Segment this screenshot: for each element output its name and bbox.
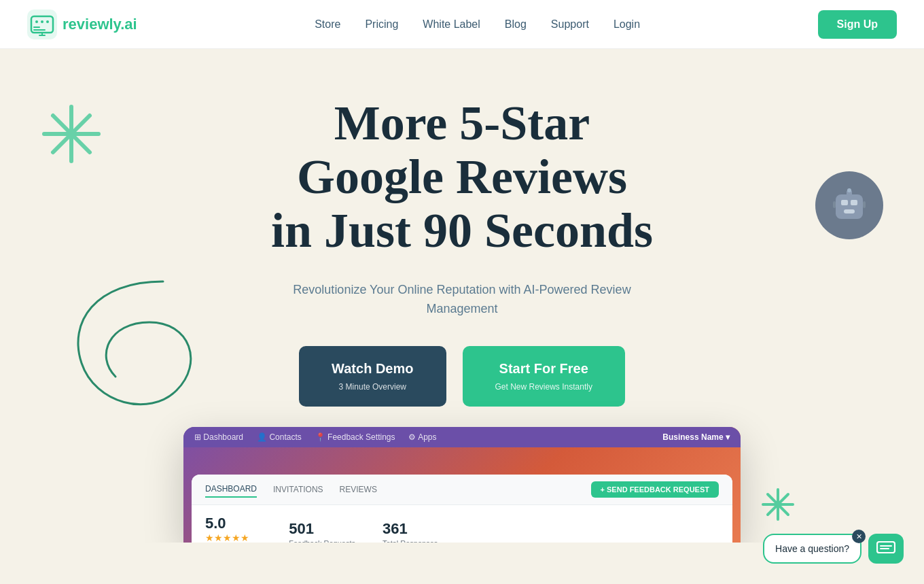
dash-stat-responses: 361 Total Responses [383,520,438,543]
dash-menu-feedback: 📍 Feedback Settings [315,432,395,442]
hero-title: More 5-Star Google Reviews in Just 90 Se… [14,97,910,258]
signup-button[interactable]: Sign Up [818,10,897,39]
watch-demo-label: Watch Demo [332,361,413,377]
logo-icon [27,10,57,39]
hero-subtitle: Revolutionize Your Online Reputation wit… [258,280,666,320]
chat-bubble: ✕ Have a question? [763,534,861,564]
nav-whitelabel[interactable]: White Label [423,18,480,30]
start-free-label: Start For Free [499,361,588,377]
nav-links: Store Pricing White Label Blog Support L… [315,18,640,31]
dash-menu-dashboard: ⊞ Dashboard [194,432,243,442]
nav-store[interactable]: Store [315,18,340,30]
navbar: reviewly.ai Store Pricing White Label Bl… [0,0,924,49]
dash-tab-invitations[interactable]: INVITATIONS [273,482,323,497]
dash-stat-requests: 501 Feedback Requests [289,520,355,543]
dash-stat-responses-label: Total Responses [383,539,438,543]
nav-pricing[interactable]: Pricing [365,18,398,30]
start-free-sub: Get New Reviews Instantly [495,382,592,392]
send-feedback-btn[interactable]: + SEND FEEDBACK REQUEST [591,481,719,498]
nav-support[interactable]: Support [551,18,589,30]
dash-stat-rating-value: 5.0 [205,515,262,532]
dash-stars: ★★★★★ [205,532,262,543]
hero-buttons: Watch Demo 3 Minute Overview Start For F… [14,346,910,407]
dash-tab-dashboard[interactable]: DASHBOARD [205,481,257,498]
start-free-button[interactable]: Start For Free Get New Reviews Instantly [463,346,625,407]
dash-menu-contacts: 👤 Contacts [257,432,302,442]
dashboard-inner: DASHBOARD INVITATIONS REVIEWS + SEND FEE… [192,475,732,543]
chat-question-text: Have a question? [775,543,849,554]
logo-text: reviewly.ai [63,16,137,33]
svg-rect-11 [851,200,857,205]
chat-close-button[interactable]: ✕ [852,530,866,543]
dashboard-content: 5.0 ★★★★★ Feedback Rating 501 Feedback R… [192,505,732,543]
deco-robot [815,171,883,239]
watch-demo-button[interactable]: Watch Demo 3 Minute Overview [299,346,446,407]
nav-blog[interactable]: Blog [505,18,527,30]
dashboard-header-row: ⊞ Dashboard 👤 Contacts 📍 Feedback Settin… [183,427,741,447]
svg-point-14 [847,188,851,192]
svg-rect-9 [836,194,863,219]
hero-section: More 5-Star Google Reviews in Just 90 Se… [0,49,924,543]
chat-open-button[interactable] [868,534,904,564]
dash-stat-responses-value: 361 [383,520,438,538]
logo[interactable]: reviewly.ai [27,10,137,39]
svg-rect-10 [841,200,848,205]
svg-rect-21 [877,542,895,553]
svg-rect-15 [833,201,836,208]
dash-stat-requests-value: 501 [289,520,355,538]
dash-menu-apps: ⚙ Apps [408,432,436,442]
nav-login[interactable]: Login [614,18,640,30]
svg-point-4 [46,20,49,23]
dashboard-preview: ⊞ Dashboard 👤 Contacts 📍 Feedback Settin… [183,427,741,543]
svg-rect-12 [844,209,855,213]
chat-widget: ✕ Have a question? [763,534,904,564]
dashboard-topbar: DASHBOARD INVITATIONS REVIEWS + SEND FEE… [192,475,732,505]
dash-tab-reviews[interactable]: REVIEWS [340,482,377,497]
dash-stat-rating: 5.0 ★★★★★ Feedback Rating [205,515,262,543]
svg-rect-16 [863,201,866,208]
dash-stat-requests-label: Feedback Requests [289,539,355,543]
chat-icon [876,541,895,556]
svg-point-2 [35,20,38,23]
watch-demo-sub: 3 Minute Overview [339,382,406,392]
dash-business-name: Business Name ▾ [662,432,730,442]
svg-point-3 [41,20,43,23]
